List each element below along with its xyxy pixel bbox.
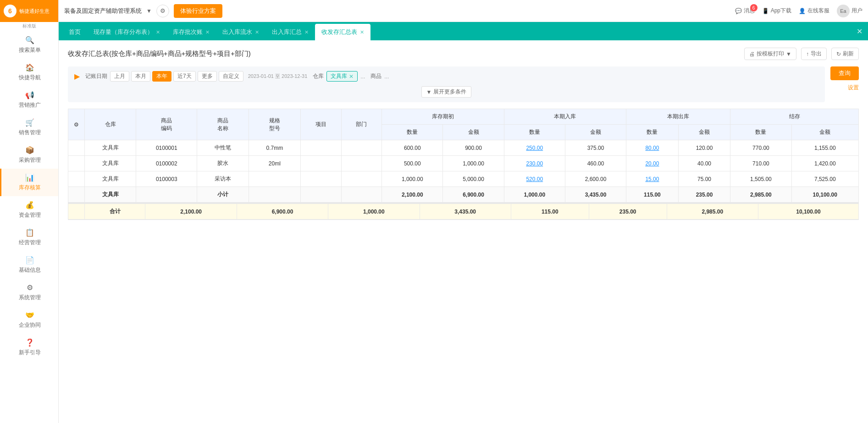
table-cell: 375.00	[565, 140, 626, 156]
table-row: 文具库0100002胶水20ml500.001,000.00230.00460.…	[68, 156, 859, 171]
filter-collapse-icon[interactable]: ▶	[74, 72, 80, 81]
table-cell: 0100003	[136, 171, 197, 187]
tab-label-receive-summary: 收发存汇总表	[321, 28, 357, 36]
tab-close-inout-flow[interactable]: ✕	[255, 29, 259, 35]
table-cell[interactable]: 520.00	[504, 171, 565, 187]
col-in-qty: 数量	[504, 125, 565, 140]
table-cell	[249, 171, 301, 187]
system-icon: ⚙	[27, 283, 33, 292]
sidebar-item-inventory[interactable]: 📊库存核算	[0, 169, 58, 196]
logo-text: 畅捷通好生意	[19, 8, 50, 14]
table-cell: 小计	[197, 187, 249, 203]
tab-home[interactable]: 首页	[62, 24, 87, 40]
tab-label-batch-ledger: 库存批次账	[173, 28, 203, 36]
experience-button[interactable]: 体验行业方案	[174, 4, 222, 18]
footer-in-amt: 3,435.00	[420, 204, 511, 220]
table-cell	[341, 140, 382, 156]
app-download-button[interactable]: 📱 App下载	[762, 7, 791, 15]
table-cell: 6,900.00	[443, 187, 504, 203]
phone-icon: 📱	[762, 8, 769, 14]
basic-info-icon: 📄	[25, 256, 34, 264]
sidebar-menu: 🔍搜索菜单🏠快捷导航📢营销推广🛒销售管理📦采购管理📊库存核算💰资金管理📋经营管理…	[0, 31, 58, 423]
table-row: 文具库小计2,100.006,900.001,000.003,435.00115…	[68, 187, 859, 203]
table-row: 文具库0100001中性笔0.7mm600.00900.00250.00375.…	[68, 140, 859, 156]
footer-row: 合计 2,100.00 6,900.00 1,000.00 3,435.00 1…	[68, 204, 859, 220]
col-group-opening: 库存期初	[382, 109, 504, 125]
table-cell[interactable]: 15.00	[626, 171, 679, 187]
tab-close-receive-summary[interactable]: ✕	[360, 29, 364, 35]
row-settings-icon[interactable]	[68, 171, 85, 187]
export-button[interactable]: ↑ 导出	[801, 48, 827, 60]
date-btn-本年[interactable]: 本年	[152, 71, 171, 82]
sidebar-item-business[interactable]: 📋经营管理	[0, 224, 58, 251]
sidebar-item-system[interactable]: ⚙系统管理	[0, 279, 58, 306]
tab-inout-summary[interactable]: 出入库汇总 ✕	[265, 24, 315, 40]
table-cell[interactable]: 250.00	[504, 140, 565, 156]
sidebar-item-enterprise[interactable]: 🤝企业协同	[0, 306, 58, 334]
date-btn-自定义[interactable]: 自定义	[219, 71, 243, 82]
table-cell[interactable]: 80.00	[626, 140, 679, 156]
tab-label-home: 首页	[69, 28, 81, 36]
table-cell: 1,000.00	[504, 187, 565, 203]
warehouse-more[interactable]: ...	[360, 73, 365, 80]
warehouse-tag-close-icon[interactable]: ✕	[349, 73, 354, 80]
sidebar-item-purchase[interactable]: 📦采购管理	[0, 141, 58, 169]
table-cell[interactable]: 230.00	[504, 156, 565, 171]
table-cell: 0.7mm	[249, 140, 301, 156]
row-settings-icon[interactable]	[68, 140, 85, 156]
sidebar-item-guide[interactable]: ❓新手引导	[0, 334, 58, 361]
tab-batch-ledger[interactable]: 库存批次账 ✕	[166, 24, 216, 40]
date-btn-上月[interactable]: 上月	[110, 71, 129, 82]
date-btn-更多[interactable]: 更多	[198, 71, 217, 82]
sidebar-label-sales: 销售管理	[19, 129, 41, 137]
marketing-icon: 📢	[25, 91, 34, 99]
settings-link[interactable]: 设置	[830, 84, 859, 92]
date-btn-本月[interactable]: 本月	[131, 71, 150, 82]
sidebar-item-search[interactable]: 🔍搜索菜单	[0, 31, 58, 59]
col-out-amt: 金额	[678, 125, 730, 140]
tab-close-batch-ledger[interactable]: ✕	[205, 29, 210, 35]
footer-label: 合计	[85, 204, 145, 220]
sidebar-item-quick-nav[interactable]: 🏠快捷导航	[0, 59, 58, 86]
goods-more[interactable]: ...	[384, 73, 389, 80]
query-button[interactable]: 查询	[830, 66, 859, 80]
tab-close-inout-summary[interactable]: ✕	[304, 29, 309, 35]
table-cell: 胶水	[197, 156, 249, 171]
online-service-button[interactable]: 👤 在线客服	[799, 7, 829, 15]
message-button[interactable]: 💬 消息 6	[735, 7, 755, 15]
table-cell: 3,435.00	[565, 187, 626, 203]
sidebar: 6 畅捷通好生意 标准版 🔍搜索菜单🏠快捷导航📢营销推广🛒销售管理📦采购管理📊库…	[0, 0, 59, 423]
tab-receive-summary[interactable]: 收发存汇总表 ✕	[315, 24, 370, 40]
system-dropdown[interactable]: ▼	[146, 8, 152, 14]
print-button[interactable]: 🖨 按模板打印 ▼	[744, 48, 796, 60]
sidebar-item-sales[interactable]: 🛒销售管理	[0, 114, 58, 141]
user-menu-button[interactable]: Ea 用户	[837, 5, 862, 17]
warehouse-tag[interactable]: 文具库 ✕	[326, 71, 358, 82]
expand-filter-button[interactable]: ▼ 展开更多条件	[421, 86, 472, 98]
sidebar-label-finance: 资金管理	[19, 211, 41, 219]
sidebar-item-finance[interactable]: 💰资金管理	[0, 196, 58, 224]
tab-inout-flow[interactable]: 出入库流水 ✕	[216, 24, 265, 40]
refresh-button[interactable]: ↻ 刷新	[831, 48, 859, 60]
table-row: 文具库0100003采访本1,000.005,000.00520.002,600…	[68, 171, 859, 187]
date-btn-近7天[interactable]: 近7天	[173, 71, 196, 82]
table-cell[interactable]: 20.00	[626, 156, 679, 171]
logo-icon: 6	[4, 5, 17, 17]
table-cell: 0100001	[136, 140, 197, 156]
table-header-row-1: ⚙ 仓库 商品编码 商品名称 规格型号 项目 部门 库存期初 本期入库 本期出库…	[68, 109, 859, 125]
sidebar-label-business: 经营管理	[19, 239, 41, 247]
tab-close-inventory-dist[interactable]: ✕	[156, 29, 160, 35]
topbar-settings-button[interactable]: ⚙	[156, 5, 169, 17]
tab-inventory-dist[interactable]: 现存量（库存分布表） ✕	[87, 24, 166, 40]
date-label: 记账日期	[85, 72, 107, 80]
table-cell: 2,985.00	[730, 187, 791, 203]
table-cell	[341, 171, 382, 187]
sidebar-item-basic-info[interactable]: 📄基础信息	[0, 251, 58, 279]
tabbar: 首页现存量（库存分布表） ✕库存批次账 ✕出入库流水 ✕出入库汇总 ✕收发存汇总…	[59, 22, 868, 40]
sidebar-item-marketing[interactable]: 📢营销推广	[0, 86, 58, 114]
sidebar-label-quick-nav: 快捷导航	[19, 74, 41, 82]
table-cell	[301, 171, 342, 187]
tabbar-close-button[interactable]: ✕	[857, 27, 862, 36]
row-settings-icon[interactable]	[68, 156, 85, 171]
main-area: 装备及固定资产辅助管理系统 ▼ ⚙ 体验行业方案 💬 消息 6 📱 App下载 …	[59, 0, 868, 423]
